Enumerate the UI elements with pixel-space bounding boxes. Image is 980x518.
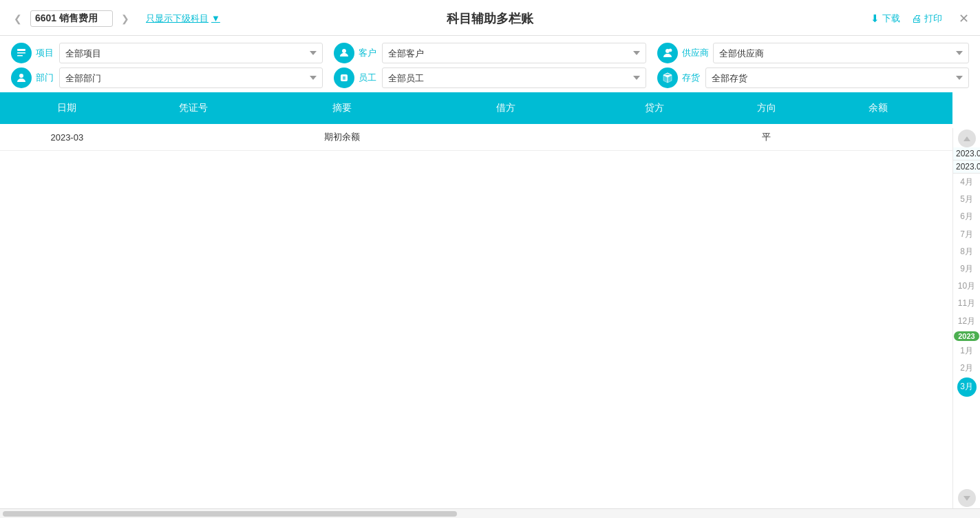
show-sub-toggle[interactable]: 只显示下级科目 ▼ xyxy=(146,12,220,25)
department-select[interactable]: 全部部门 xyxy=(59,68,323,88)
col-header-direction: 方向 xyxy=(729,92,804,124)
table-header-row: 日期 凭证号 摘要 借方 贷方 方向 余额 xyxy=(0,92,952,124)
svg-point-6 xyxy=(19,74,23,78)
title-bar-left: ❮ 6601 销售费用 ❯ 只显示下级科目 ▼ xyxy=(11,10,220,27)
table-row[interactable]: 2023-03 期初余额 平 xyxy=(0,124,952,151)
table-container[interactable]: 日期 凭证号 摘要 借方 贷方 方向 余额 2023-03 期初余额 xyxy=(0,92,952,508)
account-code: 6601 销售费用 xyxy=(30,10,113,27)
filter-row-2: 部门 全部部门 员工 全部员工 存货 xyxy=(11,68,969,88)
close-button[interactable]: ✕ xyxy=(959,11,969,26)
col-header-debit: 借方 xyxy=(432,92,580,124)
scrollbar-thumb[interactable] xyxy=(3,511,457,517)
horizontal-scrollbar[interactable] xyxy=(0,508,980,518)
col-header-summary: 摘要 xyxy=(253,92,432,124)
sidebar-month-6[interactable]: 6月 xyxy=(953,208,980,225)
download-button[interactable]: ⬇ 下载 xyxy=(871,12,900,25)
employee-icon xyxy=(334,68,354,88)
employee-select[interactable]: 全部员工 xyxy=(382,68,646,88)
col-header-credit: 贷方 xyxy=(580,92,729,124)
filter-item-department: 部门 全部部门 xyxy=(11,68,323,88)
show-sub-label: 只显示下级科目 xyxy=(146,12,209,25)
project-icon xyxy=(11,43,32,63)
col-header-balance: 余额 xyxy=(804,92,952,124)
sidebar-month-list: 2023.03 2023.03 4月 5月 6月 7月 8月 9月 10月 11… xyxy=(953,147,980,489)
project-select[interactable]: 全部项目 xyxy=(59,43,323,63)
ledger-table: 日期 凭证号 摘要 借方 贷方 方向 余额 2023-03 期初余额 xyxy=(0,92,952,151)
sidebar-month-5[interactable]: 5月 xyxy=(953,191,980,208)
cell-direction: 平 xyxy=(729,124,804,151)
print-label: 打印 xyxy=(924,12,942,25)
supplier-label: 供应商 xyxy=(682,47,709,59)
cell-summary: 期初余额 xyxy=(253,124,432,151)
col-header-date: 日期 xyxy=(0,92,134,124)
sidebar-month-10[interactable]: 10月 xyxy=(953,278,980,295)
next-arrow[interactable]: ❯ xyxy=(118,12,132,25)
sidebar-month-12[interactable]: 12月 xyxy=(953,313,980,330)
filter-item-supplier: + 供应商 全部供应商 xyxy=(657,43,969,63)
department-icon xyxy=(11,68,32,88)
sidebar-month-4[interactable]: 4月 xyxy=(953,174,980,191)
filter-row-1: 项目 全部项目 客户 全部客户 + 供应商 xyxy=(11,43,969,63)
download-icon: ⬇ xyxy=(871,12,880,25)
svg-rect-1 xyxy=(17,52,25,54)
period-header-2[interactable]: 2023.03 xyxy=(953,160,980,174)
sidebar-month-2[interactable]: 2月 xyxy=(953,360,980,377)
svg-rect-0 xyxy=(17,49,25,51)
customer-icon xyxy=(334,43,354,63)
sidebar-month-11[interactable]: 11月 xyxy=(953,295,980,312)
customer-label: 客户 xyxy=(359,47,378,59)
inventory-select[interactable]: 全部存货 xyxy=(705,68,969,88)
right-sidebar: 2023.03 2023.03 4月 5月 6月 7月 8月 9月 10月 11… xyxy=(952,128,980,508)
year-badge: 2023 xyxy=(954,331,979,341)
inventory-label: 存货 xyxy=(682,72,701,84)
show-sub-arrow: ▼ xyxy=(211,13,220,23)
customer-select[interactable]: 全部客户 xyxy=(382,43,646,63)
download-label: 下载 xyxy=(882,12,900,25)
print-icon: 🖨 xyxy=(911,12,922,24)
period-header-1[interactable]: 2023.03 xyxy=(953,147,980,160)
sidebar-up-arrow[interactable] xyxy=(958,130,976,147)
title-bar: ❮ 6601 销售费用 ❯ 只显示下级科目 ▼ 科目辅助多栏账 ⬇ 下载 🖨 打… xyxy=(0,0,980,36)
inventory-icon xyxy=(657,68,678,88)
project-label: 项目 xyxy=(36,47,55,59)
print-button[interactable]: 🖨 打印 xyxy=(911,12,942,25)
supplier-icon: + xyxy=(657,43,678,63)
cell-voucher xyxy=(134,124,253,151)
sidebar-month-7[interactable]: 7月 xyxy=(953,226,980,243)
sidebar-month-3-active[interactable]: 3月 xyxy=(957,377,977,397)
sidebar-month-1[interactable]: 1月 xyxy=(953,342,980,360)
page-title: 科目辅助多栏账 xyxy=(447,10,533,27)
sidebar-month-8[interactable]: 8月 xyxy=(953,243,980,260)
filter-item-project: 项目 全部项目 xyxy=(11,43,323,63)
filter-item-inventory: 存货 全部存货 xyxy=(657,68,969,88)
sidebar-month-9[interactable]: 9月 xyxy=(953,260,980,278)
employee-label: 员工 xyxy=(359,72,378,84)
col-header-voucher: 凭证号 xyxy=(134,92,253,124)
svg-rect-7 xyxy=(341,74,348,81)
main-window: ❮ 6601 销售费用 ❯ 只显示下级科目 ▼ 科目辅助多栏账 ⬇ 下载 🖨 打… xyxy=(0,0,980,518)
cell-debit xyxy=(432,124,580,151)
prev-arrow[interactable]: ❮ xyxy=(11,12,25,25)
cell-credit xyxy=(580,124,729,151)
title-bar-right: ⬇ 下载 🖨 打印 ✕ xyxy=(871,11,969,26)
svg-rect-2 xyxy=(17,55,23,56)
cell-date: 2023-03 xyxy=(0,124,134,151)
sidebar-down-arrow[interactable] xyxy=(958,489,976,507)
filter-area: 项目 全部项目 客户 全部客户 + 供应商 xyxy=(0,36,980,92)
filter-item-employee: 员工 全部员工 xyxy=(334,68,646,88)
filter-item-customer: 客户 全部客户 xyxy=(334,43,646,63)
supplier-select[interactable]: 全部供应商 xyxy=(713,43,969,63)
cell-balance xyxy=(804,124,952,151)
department-label: 部门 xyxy=(36,72,55,84)
